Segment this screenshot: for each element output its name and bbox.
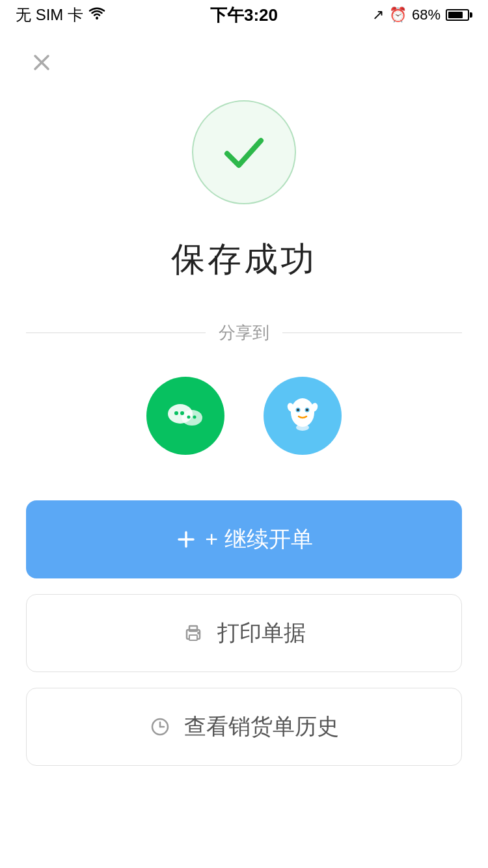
share-qq-button[interactable] <box>264 377 342 455</box>
svg-point-0 <box>96 17 98 20</box>
print-icon <box>182 622 204 644</box>
svg-point-14 <box>306 409 308 411</box>
close-button[interactable] <box>26 47 57 78</box>
svg-point-6 <box>180 411 184 415</box>
qq-icon <box>280 393 325 439</box>
share-wechat-button[interactable] <box>146 377 224 455</box>
alarm-icon: ⏰ <box>389 7 407 23</box>
share-label: 分享到 <box>219 321 269 344</box>
svg-point-7 <box>187 416 191 419</box>
divider-line-right <box>282 332 462 333</box>
svg-point-10 <box>296 424 309 431</box>
print-button[interactable]: 打印单据 <box>26 594 462 672</box>
battery-icon <box>446 9 472 21</box>
wifi-icon <box>88 6 105 24</box>
share-icons <box>146 377 342 455</box>
location-icon: ↗ <box>372 7 384 23</box>
status-left: 无 SIM 卡 <box>16 5 105 25</box>
divider-line-left <box>26 332 206 333</box>
status-right: ↗ ⏰ 68% <box>372 7 472 23</box>
svg-rect-20 <box>189 626 197 631</box>
continue-button[interactable]: + 继续开单 <box>26 500 462 578</box>
history-button[interactable]: 查看销货单历史 <box>26 688 462 766</box>
status-bar: 无 SIM 卡 下午3:20 ↗ ⏰ 68% <box>0 0 488 29</box>
share-divider: 分享到 <box>26 321 462 344</box>
svg-point-13 <box>297 409 299 411</box>
svg-point-22 <box>197 632 200 634</box>
svg-point-4 <box>182 410 202 426</box>
status-time: 下午3:20 <box>210 4 278 27</box>
battery-percent: 68% <box>412 7 441 23</box>
plus-icon <box>175 528 197 550</box>
checkmark-icon <box>218 126 270 178</box>
print-label: 打印单据 <box>217 618 306 648</box>
success-title: 保存成功 <box>171 237 317 282</box>
history-icon <box>149 716 171 738</box>
success-icon-circle <box>192 100 296 204</box>
svg-point-8 <box>193 416 197 419</box>
actions-container: + 继续开单 打印单据 查看销货单历史 <box>26 500 462 766</box>
no-sim-text: 无 SIM 卡 <box>16 5 83 25</box>
main-content: 保存成功 分享到 <box>0 29 488 868</box>
history-label: 查看销货单历史 <box>184 712 339 742</box>
svg-rect-21 <box>189 635 197 640</box>
svg-point-5 <box>174 411 178 415</box>
svg-point-9 <box>291 398 314 427</box>
wechat-icon <box>163 393 208 439</box>
continue-label: + 继续开单 <box>205 524 312 554</box>
